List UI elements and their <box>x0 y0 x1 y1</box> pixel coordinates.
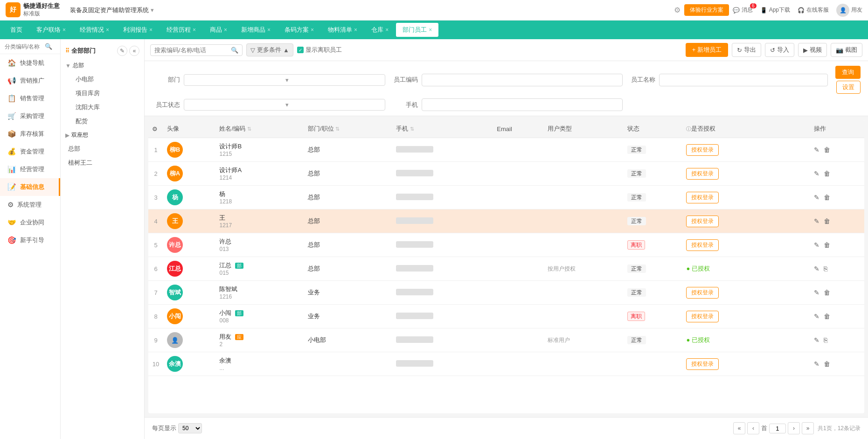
tab-history-close[interactable]: × <box>193 27 196 33</box>
search-button[interactable]: 查询 <box>835 66 861 79</box>
sidebar-item-finance[interactable]: 💰 资金管理 <box>0 143 60 160</box>
auth-btn-10[interactable]: 授权登录 <box>686 358 719 370</box>
video-button[interactable]: ▶ 视频 <box>798 43 827 57</box>
sidebar-search-icon[interactable]: 🔍 <box>45 43 52 50</box>
app-download-btn[interactable]: 📱 App下载 <box>760 6 790 14</box>
col-dept[interactable]: 部门/职位 ⇅ <box>304 120 392 138</box>
copy-btn-9[interactable]: ⎘ <box>824 336 827 344</box>
tab-bom-close[interactable]: × <box>354 27 357 33</box>
delete-btn-8[interactable]: 🗑 <box>824 313 830 320</box>
auth-btn-2[interactable]: 授权登录 <box>686 168 719 180</box>
sidebar-item-purchase[interactable]: 🛒 采购管理 <box>0 107 60 125</box>
auth-btn-1[interactable]: 授权登录 <box>686 144 719 156</box>
sidebar-item-inventory[interactable]: 📦 库存核算 <box>0 125 60 143</box>
tab-operation[interactable]: 经营情况 × <box>73 23 116 37</box>
next-page-btn[interactable]: › <box>788 422 800 434</box>
edit-btn-4[interactable]: ✎ <box>814 217 819 225</box>
search-icon[interactable]: 🔍 <box>231 47 238 54</box>
emp-name-filter-input[interactable] <box>659 74 828 86</box>
edit-btn-2[interactable]: ✎ <box>814 170 819 177</box>
edit-btn-9[interactable]: ✎ <box>814 336 819 344</box>
filter-more-btn[interactable]: ▽ 更多条件 ▲ <box>246 43 293 56</box>
delete-btn-4[interactable]: 🗑 <box>824 217 830 225</box>
delete-btn-7[interactable]: 🗑 <box>824 289 830 296</box>
online-service-btn[interactable]: 🎧 在线客服 <box>798 6 829 14</box>
dept-item-xiaodian[interactable]: 小电部 <box>68 72 144 86</box>
dept-group-shuangzuo[interactable]: ▶ 双座想 <box>61 128 144 142</box>
edit-btn-3[interactable]: ✎ <box>814 194 819 201</box>
dept-item-zhishu[interactable]: 植树王二 <box>61 156 144 170</box>
edit-btn-1[interactable]: ✎ <box>814 146 819 153</box>
sidebar-item-business[interactable]: 📊 经营管理 <box>0 160 60 178</box>
tab-barcode-close[interactable]: × <box>311 27 314 33</box>
first-page-btn[interactable]: « <box>733 422 745 434</box>
sidebar-search-input[interactable] <box>5 43 42 50</box>
sidebar-item-quick-nav[interactable]: 🏠 快捷导航 <box>0 54 60 72</box>
import-button[interactable]: ↺ 导入 <box>765 43 794 57</box>
auth-btn-8[interactable]: 授权登录 <box>686 311 719 322</box>
last-page-btn[interactable]: » <box>802 422 814 434</box>
edit-btn-6[interactable]: ✎ <box>814 265 819 272</box>
tab-employee[interactable]: 部门员工 × <box>396 23 438 37</box>
delete-btn-2[interactable]: 🗑 <box>824 170 830 177</box>
tab-customer-close[interactable]: × <box>62 27 66 33</box>
delete-btn-5[interactable]: 🗑 <box>824 241 830 249</box>
auth-btn-5[interactable]: 授权登录 <box>686 239 719 251</box>
tab-history[interactable]: 经营历程 × <box>160 23 202 37</box>
sidebar-item-system[interactable]: ⚙ 系统管理 <box>0 196 60 214</box>
tab-warehouse[interactable]: 仓库 × <box>365 23 395 37</box>
col-phone[interactable]: 手机 ⇅ <box>392 120 493 138</box>
delete-btn-10[interactable]: 🗑 <box>824 360 830 368</box>
dept-all-btn[interactable]: ⠿ 全部部门 <box>65 47 96 55</box>
gear-icon[interactable]: ⚙ <box>674 6 681 14</box>
settings-button[interactable]: 设置 <box>836 81 861 94</box>
tab-profit[interactable]: 利润报告 × <box>117 23 159 37</box>
tab-warehouse-close[interactable]: × <box>385 27 389 33</box>
message-btn[interactable]: 💬 消息 6 <box>733 6 753 14</box>
auth-btn-7[interactable]: 授权登录 <box>686 287 719 299</box>
page-number-input[interactable] <box>769 424 786 433</box>
tab-operation-close[interactable]: × <box>106 27 109 33</box>
dept-edit-btn[interactable]: ✎ <box>117 46 127 56</box>
add-employee-button[interactable]: + 新增员工 <box>686 43 728 57</box>
prev-page-btn[interactable]: ‹ <box>747 422 759 434</box>
show-resigned-check[interactable]: ✓ 显示离职员工 <box>297 46 342 54</box>
delete-btn-3[interactable]: 🗑 <box>824 194 830 201</box>
dept-item-zongbu[interactable]: 总部 <box>61 142 144 156</box>
user-area[interactable]: 👤 用友 <box>836 4 862 17</box>
tab-new-goods[interactable]: 新增商品 × <box>235 23 277 37</box>
emp-status-filter-select[interactable]: ▾ <box>184 99 385 111</box>
sidebar-item-sales[interactable]: 📋 销售管理 <box>0 90 60 107</box>
dept-item-project[interactable]: 项目库房 <box>68 86 144 100</box>
sidebar-item-basic-info[interactable]: 📝 基础信息 <box>0 178 60 196</box>
tab-goods-close[interactable]: × <box>224 27 227 33</box>
dept-item-shenyang[interactable]: 沈阳大库 <box>68 100 144 114</box>
sidebar-item-marketing[interactable]: 📢 营销推广 <box>0 72 60 90</box>
tab-barcode[interactable]: 条码方案 × <box>278 23 320 37</box>
emp-code-filter-input[interactable] <box>422 74 623 86</box>
resigned-checkbox[interactable]: ✓ <box>297 47 304 53</box>
dept-collapse-btn[interactable]: « <box>129 46 139 56</box>
tab-customer[interactable]: 客户联络 × <box>30 23 72 37</box>
tab-goods[interactable]: 商品 × <box>203 23 234 37</box>
auth-btn-3[interactable]: 授权登录 <box>686 192 719 203</box>
phone-filter-input[interactable] <box>422 98 623 111</box>
dept-item-peihuo[interactable]: 配货 <box>68 114 144 128</box>
screenshot-button[interactable]: 📷 截图 <box>831 43 862 57</box>
auth-btn-4[interactable]: 授权登录 <box>686 216 719 227</box>
tab-bom[interactable]: 物料清单 × <box>321 23 364 37</box>
sidebar-item-collab[interactable]: 🤝 企业协同 <box>0 214 60 231</box>
edit-btn-5[interactable]: ✎ <box>814 241 819 249</box>
delete-btn-1[interactable]: 🗑 <box>824 146 830 153</box>
dept-filter-select[interactable]: ▾ <box>184 74 385 86</box>
tab-employee-close[interactable]: × <box>429 27 432 33</box>
search-input[interactable] <box>154 47 229 54</box>
dept-group-general[interactable]: ▼ 总部 <box>61 59 144 72</box>
tab-profit-close[interactable]: × <box>149 27 153 33</box>
trial-button[interactable]: 体验行业方案 <box>684 4 729 16</box>
export-button[interactable]: ↻ 导出 <box>732 43 761 57</box>
edit-btn-8[interactable]: ✎ <box>814 313 819 320</box>
edit-btn-10[interactable]: ✎ <box>814 360 819 368</box>
col-settings[interactable]: ⚙ <box>148 120 163 138</box>
tab-home[interactable]: 首页 <box>4 23 29 37</box>
